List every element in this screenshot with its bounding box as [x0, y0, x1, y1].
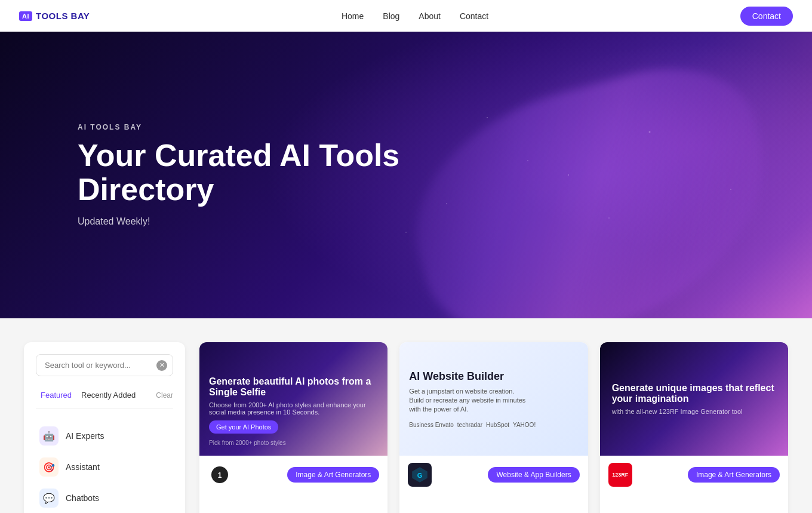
hero-description: Updated Weekly!	[78, 216, 436, 227]
ai-experts-label: AI Experts	[66, 431, 104, 441]
card-preview-2: AI Website Builder Get a jumpstart on we…	[399, 342, 588, 456]
logo-ai-badge: AI	[19, 11, 32, 21]
card2-logos: Business Envato techradar HubSpot YAHOO!	[409, 422, 578, 428]
tool-card-2: AI Website Builder Get a jumpstart on we…	[399, 342, 588, 513]
nav-blog[interactable]: Blog	[383, 11, 399, 21]
search-input[interactable]	[36, 354, 173, 376]
card2-preview-sub3: with the power of AI.	[409, 406, 578, 413]
chatbots-icon: 💬	[39, 489, 59, 508]
card2-logo1: Business Envato	[409, 422, 454, 428]
card1-preview-title: Generate beautiful AI photos from a Sing…	[209, 376, 378, 398]
card-preview-3: Generate unique images that reflect your…	[600, 342, 788, 456]
card3-preview-title: Generate unique images that reflect your…	[612, 383, 776, 404]
tab-recently-added[interactable]: Recently Added	[76, 388, 140, 402]
card2-preview-sub2: Build or recreate any website in minutes	[409, 397, 578, 404]
card2-logo: G	[408, 463, 432, 487]
navbar: AI TOOLS BAY Home Blog About Contact Con…	[0, 0, 812, 32]
card-img-1: Generate beautiful AI photos from a Sing…	[199, 342, 387, 456]
card-footer-1: 1 Image & Art Generators	[199, 456, 387, 494]
hero-section: AI TOOLS BAY Your Curated AI Tools Direc…	[0, 32, 812, 318]
card2-logo4: YAHOO!	[513, 422, 536, 428]
card2-preview-title: AI Website Builder	[409, 370, 578, 383]
filter-clear-button[interactable]: Clear	[156, 391, 173, 400]
tab-featured[interactable]: Featured	[36, 388, 76, 402]
card2-tag-button[interactable]: Website & App Builders	[488, 467, 579, 483]
card3-logo-text: 123RF	[612, 472, 628, 478]
tool-card-1: Generate beautiful AI photos from a Sing…	[199, 342, 387, 513]
sidebar: ✕ Featured Recently Added Clear 🤖 AI Exp…	[24, 342, 185, 513]
card1-preview-button[interactable]: Get your AI Photos	[209, 420, 278, 434]
card3-preview-sub: with the all-new 123RF Image Generator t…	[612, 408, 776, 415]
card-preview-1: Generate beautiful AI photos from a Sing…	[199, 342, 387, 456]
nav-home[interactable]: Home	[342, 11, 364, 21]
logo-text: TOOLS BAY	[36, 11, 90, 21]
filter-tabs: Featured Recently Added Clear	[36, 388, 173, 408]
card1-logo: 1	[208, 463, 232, 487]
contact-button[interactable]: Contact	[740, 7, 793, 26]
tools-grid: Generate beautiful AI photos from a Sing…	[199, 342, 788, 513]
sidebar-categories: 🤖 AI Experts 🎯 Assistant 💬 Chatbots 💻 Co…	[36, 420, 173, 513]
card1-tag-button[interactable]: Image & Art Generators	[287, 467, 379, 483]
hero-title: Your Curated AI Tools Directory	[78, 139, 436, 207]
hero-subtitle: AI TOOLS BAY	[78, 123, 436, 131]
card-footer-3: 123RF Image & Art Generators	[600, 456, 788, 494]
nav-contact[interactable]: Contact	[460, 11, 488, 21]
sidebar-item-ai-experts[interactable]: 🤖 AI Experts	[36, 420, 173, 451]
assistant-label: Assistant	[66, 462, 100, 472]
tool-card-3: Generate unique images that reflect your…	[600, 342, 788, 513]
card3-logo: 123RF	[608, 463, 632, 487]
card3-tag-button[interactable]: Image & Art Generators	[688, 467, 780, 483]
card-footer-2: G Website & App Builders	[399, 456, 588, 494]
sidebar-item-assistant[interactable]: 🎯 Assistant	[36, 451, 173, 483]
assistant-icon: 🎯	[39, 457, 59, 477]
card1-tagline: Pick from 2000+ photo styles	[209, 440, 378, 446]
chatbots-label: Chatbots	[66, 493, 99, 503]
card2-logo3: HubSpot	[486, 422, 509, 428]
card-img-3: Generate unique images that reflect your…	[600, 342, 788, 456]
card-img-2: AI Website Builder Get a jumpstart on we…	[399, 342, 588, 456]
svg-text:G: G	[417, 472, 423, 479]
ai-experts-icon: 🤖	[39, 426, 59, 446]
card2-preview-sub1: Get a jumpstart on website creation.	[409, 388, 578, 395]
card1-preview-sub: Choose from 2000+ AI photo styles and en…	[209, 401, 378, 416]
card2-logo2: techradar	[457, 422, 482, 428]
search-wrap: ✕	[36, 354, 173, 376]
hero-content: AI TOOLS BAY Your Curated AI Tools Direc…	[0, 123, 436, 227]
search-clear-button[interactable]: ✕	[156, 360, 167, 371]
nav-links: Home Blog About Contact	[342, 11, 488, 21]
sidebar-item-chatbots[interactable]: 💬 Chatbots	[36, 483, 173, 513]
site-logo[interactable]: AI TOOLS BAY	[19, 11, 90, 21]
nav-about[interactable]: About	[419, 11, 441, 21]
svg-text:1: 1	[218, 471, 222, 480]
main-content: ✕ Featured Recently Added Clear 🤖 AI Exp…	[0, 318, 812, 513]
